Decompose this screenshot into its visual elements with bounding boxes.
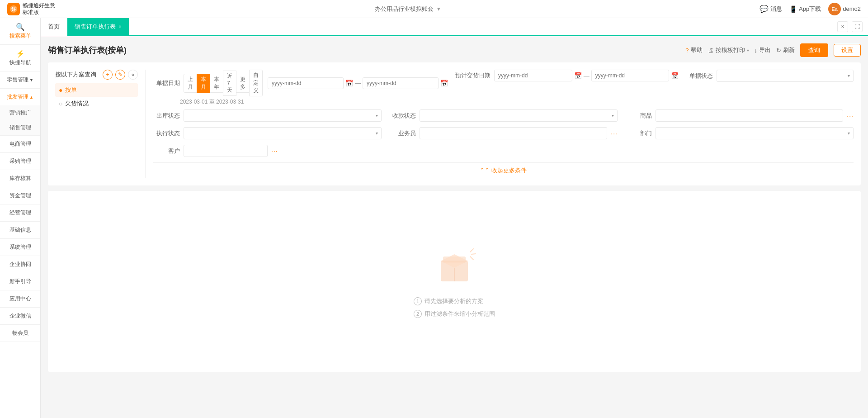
- date-calendar-end-icon[interactable]: 📅: [440, 80, 448, 87]
- dept-select-wrap: ▾: [656, 127, 854, 139]
- goods-label: 商品: [625, 112, 652, 120]
- user-menu-button[interactable]: Ea demo2: [828, 3, 861, 15]
- help-button[interactable]: ? 帮助: [685, 46, 702, 54]
- collection-select[interactable]: [420, 109, 618, 122]
- sidebar-item-purchase[interactable]: 采购管理: [0, 153, 40, 170]
- sidebar-item-quicknav[interactable]: ⚡ 快捷导航: [0, 45, 40, 71]
- dropdown-arrow-icon[interactable]: ▾: [437, 5, 440, 12]
- sidebar-item-system[interactable]: 系统管理: [0, 239, 40, 256]
- expected-date-label: 预计交货日期: [455, 71, 491, 80]
- salesman-dots-icon[interactable]: ···: [611, 130, 618, 137]
- edit-scheme-button[interactable]: ✎: [115, 70, 125, 80]
- empty-hint-1: 1 请先选择要分析的方案: [414, 297, 483, 305]
- dept-label: 部门: [625, 129, 652, 138]
- date-end-input[interactable]: [363, 77, 439, 89]
- scheme-item-bidan[interactable]: ● 按单: [55, 83, 138, 97]
- status-select[interactable]: [717, 70, 854, 82]
- chevron-down-icon: ▼: [29, 78, 33, 82]
- date-tabs: 上月 本月 本年 近7天 更多 自定义: [184, 70, 262, 96]
- date-tab-thisyear[interactable]: 本年: [210, 74, 223, 93]
- date-range-text: 2023-03-01 至 2023-03-31: [180, 98, 854, 106]
- sidebar-item-marketing[interactable]: 营销推广: [0, 105, 40, 120]
- filter-left-header: 按以下方案查询 + ✎ «: [55, 70, 138, 80]
- date-tab-more[interactable]: 更多: [236, 74, 250, 93]
- refresh-icon: ↻: [776, 47, 781, 54]
- sidebar-item-operations[interactable]: 经营管理: [0, 204, 40, 222]
- tab-sales-execution[interactable]: 销售订单执行表 ×: [67, 18, 129, 36]
- customer-label: 客户: [153, 147, 180, 155]
- sidebar-item-sales[interactable]: 销售管理: [0, 120, 40, 135]
- sidebar-item-enterprise[interactable]: 企业协同: [0, 256, 40, 273]
- active-tab-label: 销售订单执行表: [75, 23, 116, 31]
- date-tab-lastmonth[interactable]: 上月: [184, 74, 197, 93]
- page-content: 销售订单执行表(按单) ? 帮助 🖨 按模板打印 ▾ ↓ 导出: [41, 36, 868, 418]
- add-scheme-button[interactable]: +: [103, 70, 113, 80]
- filter-item-expected-date: 预计交货日期 📅 — 📅: [455, 70, 679, 81]
- quicknav-icon: ⚡: [2, 49, 38, 58]
- sidebar-item-inventory[interactable]: 库存核算: [0, 170, 40, 187]
- outbound-select[interactable]: [184, 109, 382, 122]
- date-tab-7days[interactable]: 近7天: [223, 71, 236, 96]
- main-layout: 🔍 搜索菜单 ⚡ 快捷导航 零售管理 ▼ 批发管理 ▲ 营销推广 销售管理 电商…: [0, 18, 868, 418]
- export-icon: ↓: [755, 47, 758, 54]
- phone-icon: 📱: [789, 5, 797, 13]
- hint-num-1: 1: [414, 297, 422, 305]
- date-start-input[interactable]: [268, 77, 344, 89]
- tab-close-button[interactable]: ×: [118, 24, 122, 30]
- message-button[interactable]: 💬 消息: [760, 5, 782, 13]
- empty-illustration: [432, 243, 477, 288]
- dept-select[interactable]: [656, 127, 854, 139]
- goods-input[interactable]: [656, 109, 843, 122]
- tabbar: 首页 销售订单执行表 × × ⛶: [41, 18, 868, 36]
- export-button[interactable]: ↓ 导出: [755, 46, 771, 54]
- scheme-bidan-icon: ●: [59, 86, 62, 94]
- filter-left-actions: + ✎ «: [103, 70, 138, 80]
- collapse-button[interactable]: ⌃⌃ 收起更多条件: [153, 162, 854, 178]
- sidebar-item-retail[interactable]: 零售管理 ▼: [0, 71, 40, 88]
- customer-input[interactable]: [184, 145, 268, 157]
- app-download-button[interactable]: 📱 App下载: [789, 5, 821, 13]
- settings-button[interactable]: 设置: [834, 44, 861, 57]
- expected-date-start-icon[interactable]: 📅: [574, 72, 582, 79]
- svg-text:好: 好: [11, 7, 16, 12]
- filter-row-1: 单据日期 上月 本月 本年 近7天 更多 自定义: [153, 70, 854, 96]
- tab-close-window-button[interactable]: ×: [837, 21, 848, 32]
- sidebar-item-wholesale[interactable]: 批发管理 ▲: [0, 89, 40, 105]
- sidebar-item-appcenter[interactable]: 应用中心: [0, 290, 40, 308]
- avatar: Ea: [828, 3, 841, 15]
- tab-home[interactable]: 首页: [41, 18, 67, 36]
- sidebar-item-search[interactable]: 🔍 搜索菜单: [0, 18, 40, 45]
- date-label: 单据日期: [153, 79, 180, 87]
- sidebar-group-wholesale: 批发管理 ▲ 营销推广 销售管理: [0, 89, 40, 136]
- scheme-quehuo-icon: ○: [59, 100, 62, 107]
- topbar: 好 畅捷通好生意 标准版 办公用品行业模拟账套 ▾ 💬 消息 📱 App下载 E…: [0, 0, 868, 18]
- print-button[interactable]: 🖨 按模板打印 ▾: [708, 46, 749, 54]
- page-header: 销售订单执行表(按单) ? 帮助 🖨 按模板打印 ▾ ↓ 导出: [48, 43, 861, 57]
- exec-select[interactable]: [184, 127, 382, 139]
- topbar-right: 💬 消息 📱 App下载 Ea demo2: [760, 3, 861, 15]
- expected-date-end-icon[interactable]: 📅: [671, 72, 679, 79]
- sidebar-item-ecommerce[interactable]: 电商管理: [0, 136, 40, 153]
- sidebar-item-basic[interactable]: 基础信息: [0, 222, 40, 239]
- expected-date-end-input[interactable]: [591, 70, 670, 81]
- query-button[interactable]: 查询: [800, 43, 828, 57]
- sidebar-item-wechat[interactable]: 企业微信: [0, 308, 40, 325]
- salesman-input[interactable]: [420, 127, 607, 139]
- expected-date-start-input[interactable]: [494, 70, 572, 81]
- collapse-left-button[interactable]: «: [128, 70, 138, 80]
- scheme-item-quehuo[interactable]: ○ 欠货情况: [55, 97, 138, 110]
- customer-dots-icon[interactable]: ···: [271, 147, 278, 155]
- filter-panel: 按以下方案查询 + ✎ « ● 按单 ○: [48, 62, 861, 185]
- sidebar-item-finance[interactable]: 资金管理: [0, 187, 40, 204]
- filter-item-salesman: 业务员 ···: [389, 127, 618, 139]
- tab-fullscreen-button[interactable]: ⛶: [852, 21, 863, 32]
- date-calendar-start-icon[interactable]: 📅: [345, 80, 353, 87]
- collection-select-wrap: ▾: [420, 109, 618, 122]
- goods-dots-icon[interactable]: ···: [847, 112, 854, 119]
- sidebar-item-member[interactable]: 畅会员: [0, 325, 40, 342]
- date-tab-thismonth[interactable]: 本月: [197, 74, 210, 93]
- print-dropdown-icon[interactable]: ▾: [747, 48, 749, 53]
- date-tab-custom[interactable]: 自定义: [249, 70, 263, 96]
- sidebar-item-newbie[interactable]: 新手引导: [0, 273, 40, 290]
- refresh-button[interactable]: ↻ 刷新: [776, 46, 795, 54]
